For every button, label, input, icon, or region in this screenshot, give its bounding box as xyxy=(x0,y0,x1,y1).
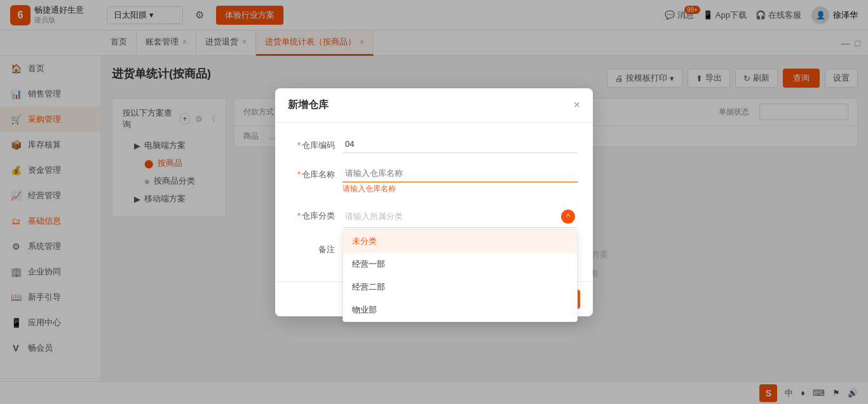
name-label: 仓库名称 xyxy=(290,165,335,180)
remark-label: 备注 xyxy=(290,239,335,255)
form-row-code: 仓库编码 xyxy=(290,135,578,153)
code-label: 仓库编码 xyxy=(290,135,335,151)
name-input[interactable] xyxy=(342,165,578,182)
category-dropdown[interactable]: 请输入所属分类 ^ xyxy=(342,206,578,228)
modal-title: 新增仓库 xyxy=(288,98,329,112)
modal-overlay: 新增仓库 × 仓库编码 仓库名称 请输入仓库名称 仓库分 xyxy=(0,0,868,404)
modal-close-icon[interactable]: × xyxy=(573,98,580,112)
code-input[interactable] xyxy=(342,135,578,153)
name-error-msg: 请输入仓库名称 xyxy=(342,184,578,194)
category-label: 仓库分类 xyxy=(290,206,335,222)
dropdown-item-property[interactable]: 物业部 xyxy=(343,299,577,321)
category-dropdown-list: 未分类 经营一部 经营二部 物业部 xyxy=(342,229,578,322)
form-row-name: 仓库名称 请输入仓库名称 xyxy=(290,165,578,194)
dropdown-item-dept2[interactable]: 经营二部 xyxy=(343,276,577,299)
dropdown-item-dept1[interactable]: 经营一部 xyxy=(343,253,577,276)
category-section: 请输入所属分类 ^ 未分类 经营一部 经营二部 物业部 xyxy=(342,206,578,228)
chevron-up-icon: ^ xyxy=(561,210,575,224)
form-row-category: 仓库分类 请输入所属分类 ^ 未分类 经营一部 经营二部 物业部 xyxy=(290,206,578,228)
name-input-wrapper: 请输入仓库名称 xyxy=(342,165,578,194)
category-placeholder: 请输入所属分类 xyxy=(345,211,403,222)
modal-body: 仓库编码 仓库名称 请输入仓库名称 仓库分类 请输入所属分类 xyxy=(275,123,593,281)
new-warehouse-modal: 新增仓库 × 仓库编码 仓库名称 请输入仓库名称 仓库分 xyxy=(275,88,593,316)
dropdown-item-unclassified[interactable]: 未分类 xyxy=(343,230,577,253)
modal-header: 新增仓库 × xyxy=(275,88,593,123)
